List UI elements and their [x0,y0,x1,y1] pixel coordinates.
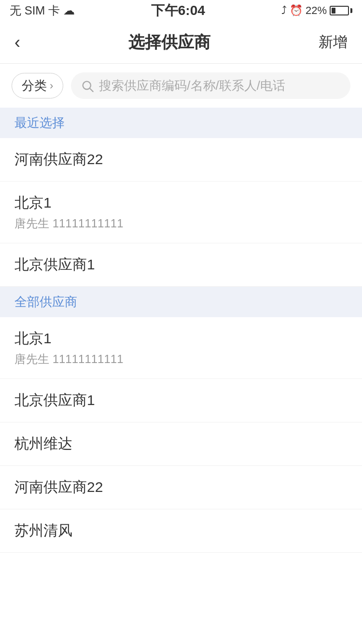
no-sim-label: 无 SIM 卡 ☁ [10,3,75,18]
all-section-header: 全部供应商 [0,287,362,317]
list-item[interactable]: 苏州清风 [0,509,362,553]
svg-line-1 [90,88,93,91]
item-name: 河南供应商22 [14,477,348,497]
item-name: 河南供应商22 [14,150,348,169]
list-item[interactable]: 杭州维达 [0,422,362,466]
battery-icon [330,6,352,15]
back-button[interactable]: ‹ [14,32,20,53]
recent-items-list: 河南供应商22北京1唐先生 11111111111北京供应商1 [0,138,362,287]
filter-row: 分类 › 搜索供应商编码/名称/联系人/电话 [0,64,362,108]
item-name: 北京供应商1 [14,391,348,410]
status-left: 无 SIM 卡 ☁ [10,3,75,18]
recent-section-header: 最近选择 [0,108,362,138]
item-name: 杭州维达 [14,434,348,454]
item-sub: 唐先生 11111111111 [14,216,348,231]
status-time: 下午6:04 [151,1,205,20]
location-icon: ⤴ [281,4,287,17]
page-title: 选择供应商 [128,31,210,54]
item-sub: 唐先生 11111111111 [14,351,348,367]
item-name: 北京1 [14,193,348,213]
status-bar: 无 SIM 卡 ☁ 下午6:04 ⤴ ⏰ 22% [0,0,362,21]
search-icon [81,79,94,93]
search-placeholder: 搜索供应商编码/名称/联系人/电话 [99,77,285,94]
list-item[interactable]: 北京供应商1 [0,243,362,287]
item-name: 苏州清风 [14,521,348,541]
chevron-right-icon: › [50,80,53,92]
item-name: 北京供应商1 [14,255,348,275]
category-label: 分类 [22,77,47,94]
item-name: 北京1 [14,329,348,349]
status-right: ⤴ ⏰ 22% [281,4,352,17]
battery-percent: 22% [306,4,327,17]
add-button[interactable]: 新增 [319,32,348,52]
alarm-icon: ⏰ [290,4,303,17]
all-items-list: 北京1唐先生 11111111111北京供应商1杭州维达河南供应商22苏州清风 [0,317,362,553]
list-item[interactable]: 北京1唐先生 11111111111 [0,182,362,243]
category-filter-button[interactable]: 分类 › [12,73,63,98]
search-box[interactable]: 搜索供应商编码/名称/联系人/电话 [71,72,350,99]
list-item[interactable]: 河南供应商22 [0,466,362,509]
list-item[interactable]: 北京1唐先生 11111111111 [0,317,362,379]
list-item[interactable]: 河南供应商22 [0,138,362,182]
list-item[interactable]: 北京供应商1 [0,379,362,422]
nav-bar: ‹ 选择供应商 新增 [0,21,362,64]
